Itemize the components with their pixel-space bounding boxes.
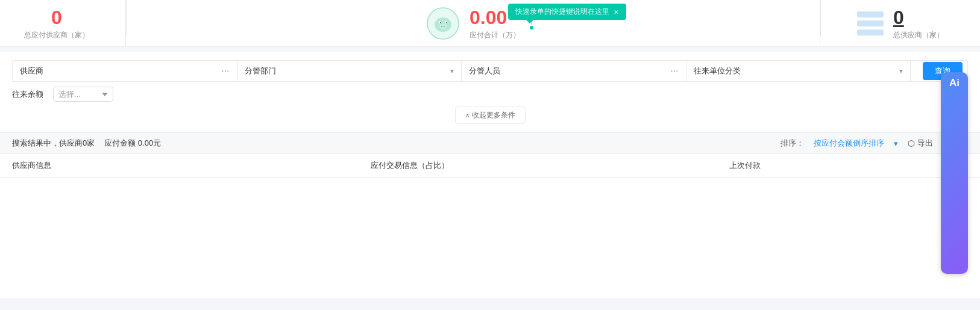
tooltip-close-icon[interactable]: × [614,8,619,16]
tooltip-dot [529,25,535,31]
col-last-payment: 上次付款 [729,160,969,171]
results-actions: 排序： 按应付会额倒序排序 ▾ ⬡ 导出 ↺ 刷新 [781,138,968,149]
collapse-chevron-icon: ∧ [465,112,470,119]
pig-icon [426,7,460,40]
unit-class-label: 往来单位分类 [694,66,741,76]
stat-total-suppliers: 0 总供应商（家） [821,0,980,46]
export-label: 导出 [917,138,933,149]
col-payable-info: 应付交易信息（占比） [371,160,729,171]
svg-point-6 [444,25,445,27]
person-dots[interactable]: ··· [670,66,678,76]
dept-chevron-icon[interactable]: ▾ [450,67,454,75]
export-button[interactable]: ⬡ 导出 [908,138,933,149]
ai-badge[interactable]: Ai [941,72,968,274]
stat-payable-label: 总应付供应商（家） [24,30,89,40]
stat-total-label: 总供应商（家） [893,30,944,40]
stat-payable-suppliers: 0 总应付供应商（家） [0,0,126,46]
filter-row-2: 往来余额 选择... [12,87,968,102]
unit-class-filter: 往来单位分类 ▾ [686,61,911,81]
person-label: 分管人员 [469,66,500,76]
dept-filter: 分管部门 ▾ [237,61,462,81]
svg-point-10 [446,22,447,23]
filter-row-1: 供应商 ··· 分管部门 ▾ 分管人员 ··· 往来单位分类 ▾ 查询 [12,60,968,82]
svg-point-5 [441,25,443,27]
sort-chevron-icon[interactable]: ▾ [894,139,898,148]
results-bar: 搜索结果中，供应商0家 应付金额 0.00元 排序： 按应付会额倒序排序 ▾ ⬡… [0,133,980,154]
filter-area: 供应商 ··· 分管部门 ▾ 分管人员 ··· 往来单位分类 ▾ 查询 往来余额 [0,52,980,133]
supplier-dots[interactable]: ··· [221,66,229,76]
tooltip-bubble: 快速录单的快捷键说明在这里 × [508,4,626,20]
balance-label: 往来余额 [12,89,43,100]
stat-payable-amount-label: 应付合计（万） [470,30,520,40]
stat-payable-number: 0 [51,6,62,29]
balance-select[interactable]: 选择... [53,87,113,102]
table-body [0,178,980,298]
unit-chevron-icon[interactable]: ▾ [899,67,903,75]
svg-point-4 [439,24,447,29]
stat-payable-total: 0.00 应付合计（万） 快速录单的快捷键说明在这里 × [127,0,820,46]
person-filter: 分管人员 ··· [462,61,686,81]
results-suppliers: 搜索结果中，供应商0家 [12,138,95,149]
collapse-label: 收起更多条件 [472,110,515,120]
stat-total-number: 0 [893,6,904,29]
dept-label: 分管部门 [245,66,276,76]
placeholder-boxes [857,11,884,36]
col-supplier-info: 供应商信息 [12,160,371,171]
results-info: 搜索结果中，供应商0家 应付金额 0.00元 [12,138,161,149]
stats-bar: 0 总应付供应商（家） 0.00 应付合计（万） [0,0,980,47]
sort-label: 排序： [781,138,804,149]
stat-payable-amount: 0.00 [470,6,507,29]
results-amount: 应付金额 0.00元 [104,138,161,149]
tooltip-text: 快速录单的快捷键说明在这里 [515,7,609,17]
collapse-button[interactable]: ∧ 收起更多条件 [455,107,526,124]
svg-point-9 [440,22,441,23]
export-icon: ⬡ [908,138,915,148]
table-header: 供应商信息 应付交易信息（占比） 上次付款 [0,154,980,178]
supplier-filter: 供应商 ··· [13,61,237,81]
sort-value[interactable]: 按应付会额倒序排序 [814,138,884,149]
supplier-label: 供应商 [20,66,43,76]
